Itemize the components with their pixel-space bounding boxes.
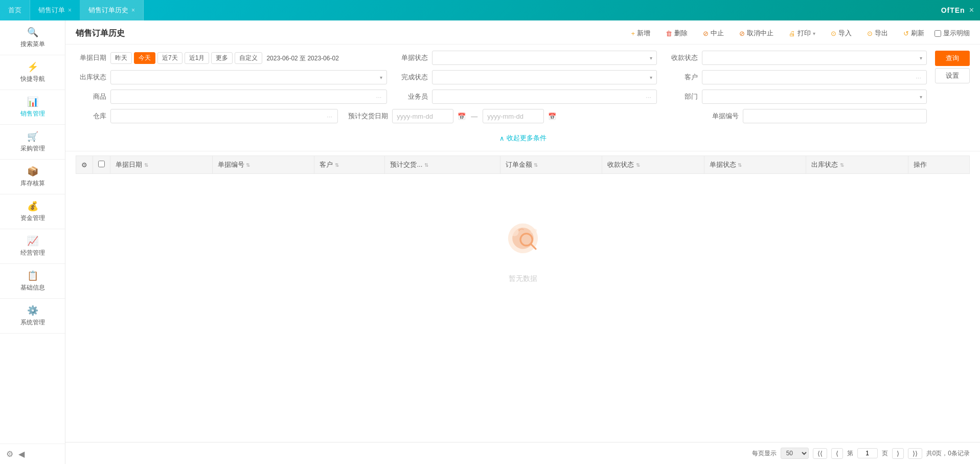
delete-button-label: 删除: [674, 29, 688, 38]
print-button-label: 打印: [797, 29, 811, 38]
settings-gear-icon[interactable]: ⚙: [81, 161, 87, 169]
sidebar-collapse-icon[interactable]: ◀: [18, 449, 25, 459]
first-page-button[interactable]: ⟨⟨: [813, 448, 827, 459]
sys-mgmt-icon: ⚙️: [27, 305, 38, 316]
expected-date-start[interactable]: yyyy-mm-dd: [392, 109, 453, 123]
col-order-amount-label: 订单金额: [506, 161, 532, 168]
table-settings-header[interactable]: ⚙: [76, 156, 93, 174]
sidebar-settings-icon[interactable]: ⚙: [6, 449, 13, 459]
col-bill-date-sort-icon: ⇅: [144, 162, 148, 168]
tab-sales-order[interactable]: 销售订单 ×: [30, 0, 80, 20]
out-status-select[interactable]: ▾: [110, 70, 387, 84]
salesman-input[interactable]: [436, 93, 644, 100]
export-icon: ⊙: [867, 30, 873, 37]
col-header-receipt-status[interactable]: 收款状态 ⇅: [602, 156, 704, 174]
col-header-bill-date[interactable]: 单据日期 ⇅: [110, 156, 213, 174]
date-1month-btn[interactable]: 近1月: [185, 52, 210, 64]
select-all-checkbox[interactable]: [98, 161, 105, 167]
tab-sales-order-history[interactable]: 销售订单历史 ×: [80, 0, 144, 20]
dept-select[interactable]: ▾: [702, 90, 927, 104]
sidebar: 🔍 搜索菜单 ⚡ 快捷导航 📊 销售管理 🛒 采购管理 📦 库存核算 💰 资金管…: [0, 20, 65, 464]
search-button[interactable]: 查询: [935, 51, 970, 66]
add-icon: +: [631, 30, 635, 37]
tab-sales-order-history-label: 销售订单历史: [88, 6, 128, 15]
print-icon: 🖨: [789, 30, 795, 37]
content-area: 销售订单历史 + 新增 🗑 删除 ⊘ 中止 ⊘ 取消中止: [65, 20, 980, 464]
expected-date-end[interactable]: yyyy-mm-dd: [483, 109, 544, 123]
receipt-status-label: 收款状态: [667, 53, 698, 62]
refresh-button[interactable]: ↺ 刷新: [898, 27, 929, 40]
table-checkbox-header[interactable]: [93, 156, 110, 174]
bill-no-input[interactable]: [746, 113, 923, 120]
col-header-bill-no[interactable]: 单据编号 ⇅: [212, 156, 314, 174]
cancel-stop-icon: ⊘: [739, 30, 745, 37]
next-page-button[interactable]: ⟩: [892, 448, 904, 459]
col-header-out-status[interactable]: 出库状态 ⇅: [806, 156, 908, 174]
base-info-icon: 📋: [27, 270, 38, 281]
sidebar-item-sys-mgmt[interactable]: ⚙️ 系统管理: [0, 299, 65, 334]
export-button[interactable]: ⊙ 导出: [862, 27, 893, 40]
window-close-button[interactable]: ×: [969, 6, 974, 15]
salesman-ellipsis[interactable]: ···: [644, 93, 653, 101]
date-today-btn[interactable]: 今天: [134, 52, 155, 64]
sidebar-item-search-menu[interactable]: 🔍 搜索菜单: [0, 20, 65, 55]
sidebar-item-business-mgmt[interactable]: 📈 经营管理: [0, 229, 65, 264]
col-header-customer[interactable]: 客户 ⇅: [314, 156, 385, 174]
sidebar-item-base-info[interactable]: 📋 基础信息: [0, 264, 65, 299]
date-custom-btn[interactable]: 自定义: [235, 52, 262, 64]
tab-sales-order-close[interactable]: ×: [68, 7, 72, 14]
sidebar-item-purchase-mgmt[interactable]: 🛒 采购管理: [0, 125, 65, 160]
col-receipt-status-label: 收款状态: [607, 161, 634, 168]
sidebar-item-inventory[interactable]: 📦 库存核算: [0, 160, 65, 194]
col-expected-date-label: 预计交货...: [390, 161, 422, 168]
page-title: 销售订单历史: [76, 28, 125, 39]
import-button[interactable]: ⊙ 导入: [826, 27, 857, 40]
col-header-order-amount[interactable]: 订单金额 ⇅: [500, 156, 602, 174]
date-7days-btn[interactable]: 近7天: [157, 52, 183, 64]
filter-settings-button[interactable]: 设置: [935, 68, 970, 83]
sidebar-item-sales-mgmt[interactable]: 📊 销售管理: [0, 90, 65, 125]
search-menu-icon: 🔍: [27, 27, 38, 38]
cancel-stop-button[interactable]: ⊘ 取消中止: [734, 27, 779, 40]
bill-status-dropdown-icon: ▾: [650, 55, 652, 61]
stop-button[interactable]: ⊘ 中止: [698, 27, 729, 40]
calendar-start-icon[interactable]: 📅: [458, 113, 466, 120]
bill-status-select[interactable]: ▾: [432, 51, 657, 65]
export-button-label: 导出: [875, 29, 888, 38]
last-page-button[interactable]: ⟩⟩: [908, 448, 922, 459]
sidebar-item-quick-nav[interactable]: ⚡ 快捷导航: [0, 55, 65, 90]
delete-button[interactable]: 🗑 删除: [660, 27, 693, 40]
customer-input[interactable]: [705, 74, 914, 81]
warehouse-input[interactable]: [114, 113, 325, 120]
tab-home[interactable]: 首页: [0, 0, 30, 20]
warehouse-ellipsis[interactable]: ···: [325, 113, 334, 120]
goods-ellipsis[interactable]: ···: [374, 93, 384, 101]
tab-sales-order-history-close[interactable]: ×: [131, 7, 135, 14]
add-button[interactable]: + 新增: [626, 27, 655, 40]
col-bill-status-sort-icon: ⇅: [738, 162, 742, 168]
receipt-status-select[interactable]: ▾: [702, 51, 927, 65]
sidebar-item-finance[interactable]: 💰 资金管理: [0, 194, 65, 229]
display-cols-toggle[interactable]: 显示明细: [935, 29, 970, 38]
print-button[interactable]: 🖨 打印 ▾: [784, 27, 821, 40]
prev-page-button[interactable]: ⟨: [831, 448, 843, 459]
calendar-end-icon[interactable]: 📅: [548, 113, 556, 120]
date-more-btn[interactable]: 更多: [211, 52, 233, 64]
complete-status-select[interactable]: ▾: [432, 70, 657, 84]
col-bill-date-label: 单据日期: [116, 161, 142, 168]
display-cols-checkbox[interactable]: [935, 30, 941, 37]
customer-ellipsis[interactable]: ···: [914, 74, 923, 81]
goods-label: 商品: [76, 92, 106, 101]
expected-date-label: 预计交货日期: [348, 112, 388, 121]
goods-input[interactable]: [114, 93, 374, 100]
first-page-icon: ⟨⟨: [817, 450, 823, 457]
per-page-select[interactable]: 50 10 20 100: [781, 448, 809, 459]
date-yesterday-btn[interactable]: 昨天: [110, 52, 132, 64]
out-status-label: 出库状态: [76, 73, 106, 82]
page-input[interactable]: [857, 448, 878, 458]
col-out-status-label: 出库状态: [811, 161, 838, 168]
col-header-expected-date[interactable]: 预计交货... ⇅: [385, 156, 500, 174]
prev-page-icon: ⟨: [836, 450, 838, 457]
collapse-row[interactable]: ∧ 收起更多条件: [76, 131, 970, 145]
col-header-bill-status[interactable]: 单据状态 ⇅: [704, 156, 806, 174]
